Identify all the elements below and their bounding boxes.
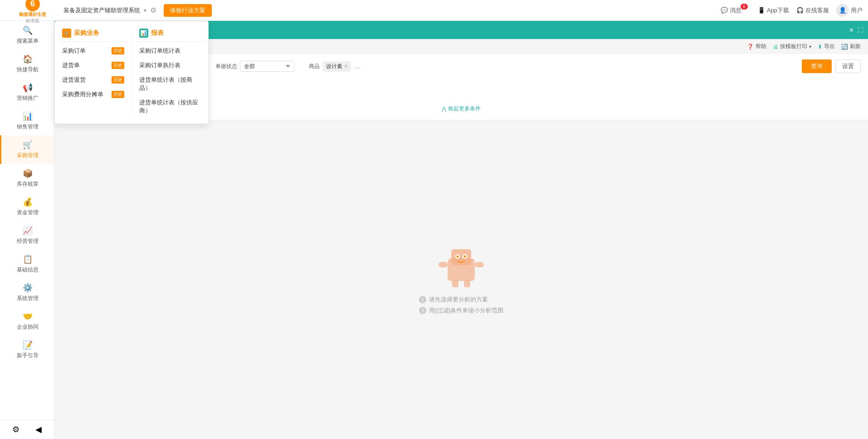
dropdown-item-po-exec[interactable]: 采购订单执行表	[136, 58, 205, 73]
system-icon: ⚙️	[23, 283, 33, 293]
sidebar-item-purchase[interactable]: 🛒 采购管理	[0, 135, 54, 164]
dropdown-item-po[interactable]: 采购订单 历史	[59, 44, 128, 58]
sidebar-item-basics[interactable]: 📋 基础信息	[0, 250, 54, 278]
export-label: 导出	[824, 43, 835, 50]
sidebar: 🔍 搜索菜单 🏠 快捷导航 📢 营销推广 📊 销售管理 🛒 采购管理 📦 库存核…	[0, 21, 54, 439]
dropdown-purchase-col: 🛒 采购业务 采购订单 历史 进货单 历史 进货退货 历史 采购费用分摊单	[55, 27, 132, 118]
print-icon: 🖨	[773, 44, 778, 50]
settings-icon[interactable]: ⚙	[12, 424, 20, 434]
system-title: 装备及固定资产辅助管理系统 ▾ ⚙ 体验行业方案	[63, 4, 721, 17]
dropdown-columns: 🛒 采购业务 采购订单 历史 进货单 历史 进货退货 历史 采购费用分摊单	[55, 27, 208, 118]
dropdown-item-return-label: 进货退货	[62, 76, 86, 84]
sidebar-item-label: 企业协同	[17, 323, 39, 331]
svg-rect-7	[475, 262, 484, 267]
empty-hints: 1 请先选择要分析的方案 2 用[过滤]条件来缩小分析范围	[419, 296, 503, 315]
purchase-dropdown: 🛒 采购业务 采购订单 历史 进货单 历史 进货退货 历史 采购费用分摊单	[54, 21, 209, 124]
sidebar-item-cooperation[interactable]: 🤝 企业协同	[0, 307, 54, 335]
avatar: 👤	[836, 4, 849, 17]
dropdown-item-po-stat[interactable]: 采购订单统计表	[136, 44, 205, 58]
header-right: 💬 消息 6 📱 App下载 🎧 在线客服 👤 用户	[721, 4, 863, 17]
help-icon: ❓	[747, 44, 754, 50]
industry-btn[interactable]: 体验行业方案	[164, 4, 212, 17]
refresh-btn[interactable]: 🔄 刷新	[841, 43, 861, 50]
inventory-icon: 📦	[23, 168, 33, 178]
dropdown-item-receipt-by-goods-label: 进货单统计表（按商品）	[139, 76, 201, 92]
dropdown-item-receipt-label: 进货单	[62, 61, 80, 69]
message-icon: 💬	[721, 7, 728, 14]
sidebar-item-label: 新手引导	[17, 352, 39, 360]
dropdown-item-po-exec-label: 采购订单执行表	[139, 61, 180, 69]
purchase-col-icon: 🛒	[62, 29, 71, 38]
tab-close-all-icon[interactable]: ✕	[849, 27, 854, 34]
sidebar-item-sales[interactable]: 📊 销售管理	[0, 107, 54, 135]
app-label: App下载	[767, 6, 789, 15]
sidebar-item-operations[interactable]: 📈 经营管理	[0, 221, 54, 250]
doc-status-select[interactable]: 全部	[240, 61, 294, 72]
goods-tag[interactable]: 设计素 ×	[322, 61, 351, 72]
sidebar-item-label: 销售管理	[17, 123, 39, 131]
collapse-up-icon: ⋀	[442, 106, 446, 112]
brand-sub: 标准版	[26, 18, 39, 24]
dropdown-item-po-stat-label: 采购订单统计表	[139, 47, 180, 55]
export-btn[interactable]: ⬆ 导出	[818, 43, 835, 50]
marketing-icon: 📢	[23, 83, 33, 93]
sidebar-item-inventory[interactable]: 📦 库存核算	[0, 164, 54, 192]
sidebar-item-label: 库存核算	[17, 180, 39, 188]
purchase-icon: 🛒	[23, 140, 33, 150]
report-col-icon: 📊	[139, 29, 148, 38]
sidebar-item-system[interactable]: ⚙️ 系统管理	[0, 278, 54, 307]
export-icon: ⬆	[818, 44, 822, 50]
settings-btn[interactable]: 设置	[835, 59, 861, 73]
sidebar-item-label: 资金管理	[17, 209, 39, 217]
goods-remove-icon[interactable]: ×	[344, 63, 347, 69]
finance-icon: 💰	[23, 197, 33, 207]
query-btn[interactable]: 查询	[802, 59, 832, 73]
svg-point-4	[457, 256, 459, 258]
app-download-btn[interactable]: 📱 App下载	[758, 6, 789, 15]
help-btn[interactable]: ❓ 帮助	[747, 43, 766, 50]
goods-more-btn[interactable]: …	[354, 62, 361, 70]
home-icon: 🏠	[23, 54, 33, 64]
tab-maximize-icon[interactable]: ⛶	[858, 27, 863, 34]
service-btn[interactable]: 🎧 在线客服	[796, 6, 829, 15]
dropdown-item-receipt-by-goods[interactable]: 进货单统计表（按商品）	[136, 73, 205, 95]
collapse-label: 收起更多条件	[448, 105, 481, 113]
sidebar-item-finance[interactable]: 💰 资金管理	[0, 192, 54, 221]
dropdown-item-return[interactable]: 进货退货 历史	[59, 73, 128, 87]
history-tag-expense: 历史	[112, 91, 124, 98]
dropdown-item-receipt[interactable]: 进货单 历史	[59, 58, 128, 73]
dropdown-report-col: 📊 报表 采购订单统计表 采购订单执行表 进货单统计表（按商品） 进货单统计表（…	[132, 27, 209, 118]
sidebar-item-label: 经营管理	[17, 237, 39, 245]
doc-status-filter: 单据状态 全部	[215, 61, 294, 72]
sidebar-item-marketing[interactable]: 📢 营销推广	[0, 78, 54, 107]
doc-status-label: 单据状态	[215, 63, 237, 70]
basics-icon: 📋	[23, 254, 33, 264]
goods-filter: 商品 设计素 × …	[309, 61, 361, 72]
dropdown-item-receipt-by-supplier[interactable]: 进货单统计表（按供应商）	[136, 95, 205, 118]
message-btn[interactable]: 💬 消息 6	[721, 6, 751, 15]
sidebar-item-label: 营销推广	[17, 94, 39, 102]
help-label: 帮助	[756, 43, 766, 50]
sidebar-item-newbie[interactable]: 📝 新手引导	[0, 335, 54, 364]
dropdown-item-expense-label: 采购费用分摊单	[62, 90, 103, 99]
svg-rect-6	[439, 262, 448, 267]
print-btn[interactable]: 🖨 按模板打印 ▾	[773, 43, 811, 50]
dropdown-item-receipt-by-supplier-label: 进货单统计表（按供应商）	[139, 99, 201, 115]
sidebar-item-quick[interactable]: 🏠 快捷导航	[0, 49, 54, 78]
system-dropdown-arrow[interactable]: ▾	[144, 7, 146, 14]
dropdown-item-expense[interactable]: 采购费用分摊单 历史	[59, 87, 128, 102]
sidebar-item-search[interactable]: 🔍 搜索菜单	[0, 21, 54, 49]
sidebar-item-label: 快捷导航	[17, 66, 39, 74]
user-btn[interactable]: 👤 用户	[836, 4, 863, 17]
tab-controls: ✕ ⛶	[844, 27, 868, 34]
gear-icon[interactable]: ⚙	[150, 6, 156, 15]
print-dropdown-icon[interactable]: ▾	[809, 44, 811, 49]
collapse-icon[interactable]: ◀	[35, 424, 42, 434]
user-label: 用户	[851, 6, 863, 15]
message-badge: 6	[741, 4, 748, 10]
newbie-icon: 📝	[23, 340, 33, 350]
main-layout: 🔍 搜索菜单 🏠 快捷导航 📢 营销推广 📊 销售管理 🛒 采购管理 📦 库存核…	[0, 21, 868, 439]
empty-state: 1 请先选择要分析的方案 2 用[过滤]条件来缩小分析范围	[54, 120, 868, 439]
empty-hint-1: 1 请先选择要分析的方案	[419, 296, 503, 304]
sidebar-bottom: ⚙ ◀	[0, 419, 54, 439]
